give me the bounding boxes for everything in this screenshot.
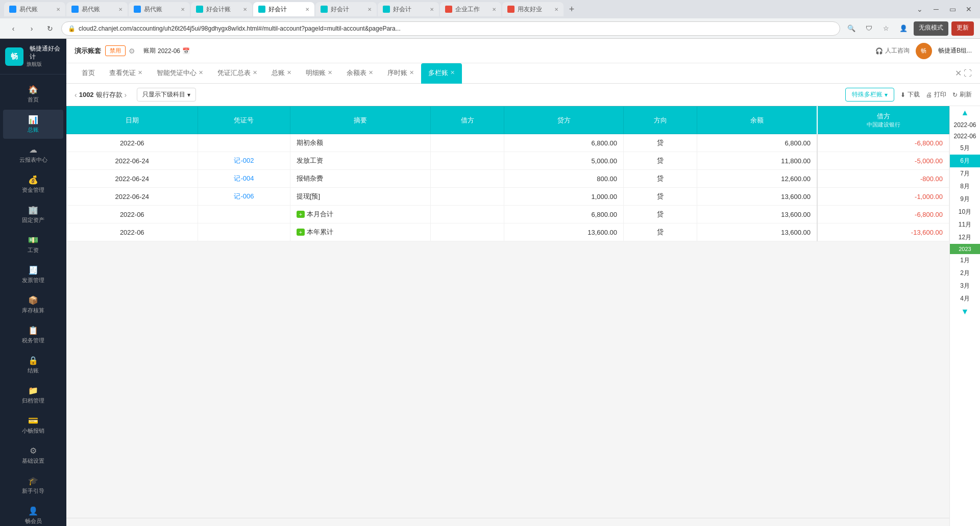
sidebar-item-inventory[interactable]: 📦 库存核算	[3, 290, 63, 319]
month-2022-06-top[interactable]: 2022-06	[950, 119, 980, 131]
user-avatar[interactable]: 畅	[916, 43, 932, 59]
sidebar-item-home[interactable]: 🏠 首页	[3, 80, 63, 109]
month-9[interactable]: 9月	[950, 193, 980, 206]
month-10[interactable]: 10月	[950, 206, 980, 218]
topbar-settings-icon[interactable]: ⚙	[129, 47, 135, 55]
tab-close-5[interactable]: ✕	[305, 7, 309, 12]
tab-close-multi-column[interactable]: ✕	[450, 69, 455, 76]
star-icon[interactable]: ☆	[879, 21, 893, 36]
month-6[interactable]: 6月	[950, 155, 980, 167]
browser-tab-1[interactable]: 易代账 ✕	[4, 2, 65, 16]
month-2022-06-bottom[interactable]: 2022-06	[950, 131, 980, 142]
browser-tab-5[interactable]: 好会计 ✕	[253, 2, 314, 16]
browser-tab-3[interactable]: 易代账 ✕	[129, 2, 190, 16]
tab-close-1[interactable]: ✕	[56, 7, 60, 12]
cell-voucher-1[interactable]: 记-002	[198, 152, 290, 170]
sidebar-item-funds[interactable]: 💰 资金管理	[3, 170, 63, 199]
profile-icon[interactable]: 👤	[896, 21, 911, 36]
shield-icon[interactable]: 🛡	[862, 21, 876, 36]
month-5[interactable]: 5月	[950, 142, 980, 155]
tab-close-sequence-ledger[interactable]: ✕	[409, 69, 414, 76]
expand-panel-button[interactable]: ⛶	[964, 69, 972, 78]
tab-sequence-ledger[interactable]: 序时账 ✕	[380, 63, 421, 84]
month-4[interactable]: 4月	[950, 292, 980, 305]
sidebar-item-salary[interactable]: 💵 工资	[3, 230, 63, 259]
tab-smart-voucher[interactable]: 智能凭证中心 ✕	[150, 63, 210, 84]
search-icon[interactable]: 🔍	[844, 21, 859, 36]
refresh-button[interactable]: ↻ 刷新	[952, 90, 972, 99]
tab-close-voucher-summary[interactable]: ✕	[253, 69, 257, 76]
demo-badge-button[interactable]: 禁用	[105, 45, 126, 56]
sidebar-item-settings[interactable]: ⚙ 基础设置	[3, 441, 63, 470]
tab-multi-column[interactable]: 多栏账 ✕	[421, 63, 462, 84]
browser-tab-7[interactable]: 好会计 ✕	[378, 2, 439, 16]
month-7[interactable]: 7月	[950, 167, 980, 180]
sidebar-item-tax[interactable]: 📋 税务管理	[3, 320, 63, 349]
reload-button[interactable]: ↻	[43, 21, 57, 36]
scroll-up-button[interactable]: ▲	[959, 106, 971, 119]
browser-tab-6[interactable]: 好会计 ✕	[315, 2, 377, 16]
tab-close-4[interactable]: ✕	[243, 7, 247, 12]
incognito-button[interactable]: 无痕模式	[914, 21, 948, 36]
sidebar-item-reports[interactable]: ☁ 云报表中心	[3, 140, 63, 169]
sidebar-item-expense[interactable]: 💳 小畅报销	[3, 411, 63, 440]
sidebar-item-closing[interactable]: 🔒 结账	[3, 350, 63, 380]
back-button[interactable]: ‹	[6, 21, 20, 36]
tab-general-ledger[interactable]: 总账 ✕	[264, 63, 299, 84]
tab-list-button[interactable]: ⌄	[913, 2, 927, 16]
sidebar-item-invoice[interactable]: 🧾 发票管理	[3, 260, 63, 289]
next-account-button[interactable]: ›	[125, 91, 127, 99]
month-12[interactable]: 12月	[950, 231, 980, 244]
month-11[interactable]: 11月	[950, 218, 980, 231]
prev-account-button[interactable]: ‹	[75, 91, 77, 99]
tab-home[interactable]: 首页	[75, 63, 102, 84]
address-bar[interactable]: 🔒 cloud2.chanjet.com/accounting/uh26t264…	[61, 21, 840, 36]
browser-tab-9[interactable]: 用友好业 ✕	[502, 2, 564, 16]
tab-close-2[interactable]: ✕	[118, 7, 122, 12]
cell-voucher-2[interactable]: 记-004	[198, 170, 290, 188]
tab-close-6[interactable]: ✕	[368, 7, 372, 12]
filter-dropdown[interactable]: 只显示下级科目 ▾	[137, 88, 196, 102]
tab-close-balance-sheet[interactable]: ✕	[369, 69, 373, 76]
tab-close-3[interactable]: ✕	[181, 7, 185, 12]
sidebar-item-guide[interactable]: 🎓 新手引导	[3, 471, 63, 500]
tab-close-8[interactable]: ✕	[492, 7, 496, 12]
consult-button[interactable]: 🎧 人工咨询	[875, 46, 910, 55]
update-button[interactable]: 更新	[951, 21, 974, 36]
browser-tab-4[interactable]: 好会计账 ✕	[191, 2, 252, 16]
month-3[interactable]: 3月	[950, 280, 980, 292]
print-button[interactable]: 🖨 打印	[926, 90, 946, 99]
calendar-icon[interactable]: 📅	[182, 47, 190, 55]
close-window-button[interactable]: ✕	[962, 2, 976, 16]
month-1[interactable]: 1月	[950, 254, 980, 267]
minimize-button[interactable]: ─	[929, 2, 943, 16]
collapse-panel-button[interactable]: ✕	[955, 68, 962, 78]
tab-close-smart-voucher[interactable]: ✕	[199, 69, 203, 76]
tab-close-9[interactable]: ✕	[554, 7, 558, 12]
horizontal-scrollbar[interactable]	[66, 518, 949, 526]
tab-close-7[interactable]: ✕	[430, 7, 434, 12]
tab-voucher-summary[interactable]: 凭证汇总表 ✕	[210, 63, 264, 84]
browser-tab-2[interactable]: 易代账 ✕	[66, 2, 128, 16]
tab-close-detail-ledger[interactable]: ✕	[328, 69, 332, 76]
tab-close-general-ledger[interactable]: ✕	[287, 69, 291, 76]
month-2[interactable]: 2月	[950, 267, 980, 280]
scroll-down-button[interactable]: ▼	[959, 305, 971, 318]
forward-button[interactable]: ›	[24, 21, 39, 36]
download-button[interactable]: ⬇ 下载	[900, 90, 920, 99]
maximize-button[interactable]: ▭	[945, 2, 960, 16]
tab-detail-ledger[interactable]: 明细账 ✕	[299, 63, 339, 84]
month-8[interactable]: 8月	[950, 180, 980, 193]
tab-balance-sheet[interactable]: 余额表 ✕	[339, 63, 380, 84]
multi-col-button[interactable]: 特殊多栏账 ▾	[845, 88, 894, 102]
sidebar-item-member[interactable]: 👤 畅会员	[3, 501, 63, 526]
new-tab-button[interactable]: +	[565, 2, 579, 16]
tab-close-voucher-view[interactable]: ✕	[138, 69, 142, 76]
table-container[interactable]: 日期 凭证号 摘要 借方 贷方 方向 余额 借方 中国建设银行	[66, 106, 949, 518]
sidebar-item-ledger[interactable]: 📊 总账	[3, 110, 63, 139]
tab-voucher-view[interactable]: 查看凭证 ✕	[102, 63, 150, 84]
browser-tab-8[interactable]: 企业工作 ✕	[440, 2, 501, 16]
sidebar-item-archive[interactable]: 📁 归档管理	[3, 381, 63, 410]
cell-voucher-3[interactable]: 记-006	[198, 188, 290, 206]
sidebar-item-assets[interactable]: 🏢 固定资产	[3, 200, 63, 229]
